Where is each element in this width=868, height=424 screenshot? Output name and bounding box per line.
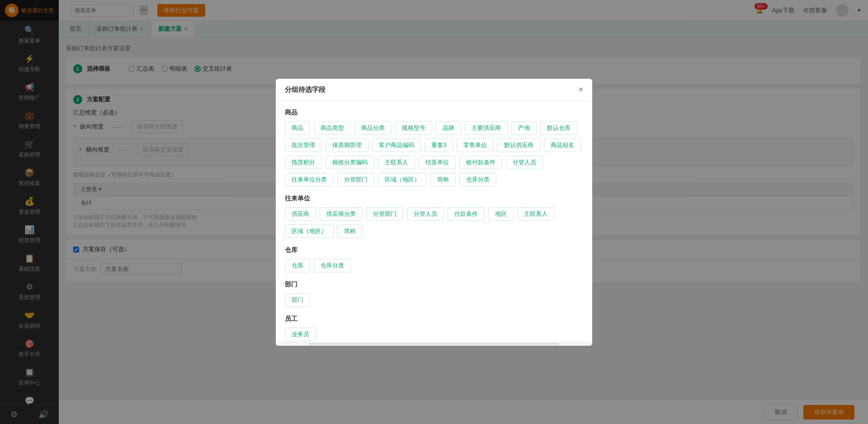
field-chip-0-15[interactable]: 拣货积分: [285, 156, 322, 169]
field-chips-3: 部门: [285, 293, 583, 307]
modal-title: 分组待选字段: [285, 86, 326, 94]
field-group-title-2: 仓库: [285, 246, 583, 254]
field-chip-0-7[interactable]: 默认仓库: [540, 121, 577, 135]
field-chip-4-0[interactable]: 业务员: [285, 328, 316, 341]
field-chip-1-8[interactable]: 简称: [337, 224, 363, 238]
field-chip-1-7[interactable]: 区域（地区）: [285, 224, 334, 238]
field-chip-0-3[interactable]: 规格型号: [395, 121, 432, 135]
field-chip-3-0[interactable]: 部门: [285, 293, 310, 307]
modal-backdrop: 分组待选字段 × 商品商品商品类型商品分类规格型号品牌主要供应商产地默认仓库批次…: [0, 0, 868, 424]
field-chips-1: 供应商供应商分类分管部门分管人员付款条件地区主联系人区域（地区）简称: [285, 207, 583, 238]
field-group-title-0: 商品: [285, 109, 583, 117]
modal-header: 分组待选字段 ×: [276, 79, 592, 101]
field-chip-0-10[interactable]: 客户商品编码: [372, 138, 421, 152]
field-chip-0-13[interactable]: 默认供应商: [497, 138, 540, 152]
modal-body[interactable]: 商品商品商品类型商品分类规格型号品牌主要供应商产地默认仓库批次管理保质期管理客户…: [276, 101, 592, 342]
field-group-1: 往来单位供应商供应商分类分管部门分管人员付款条件地区主联系人区域（地区）简称: [285, 195, 583, 238]
field-chip-0-5[interactable]: 主要供应商: [465, 121, 508, 135]
field-chip-0-1[interactable]: 商品类型: [314, 121, 351, 135]
field-chips-2: 仓库仓库分类: [285, 259, 583, 272]
field-chip-1-4[interactable]: 付款条件: [448, 207, 485, 221]
field-chip-1-1[interactable]: 供应商分类: [320, 207, 363, 221]
field-chip-0-9[interactable]: 保质期管理: [326, 138, 368, 152]
field-chip-2-0[interactable]: 仓库: [285, 259, 310, 272]
field-chip-0-14[interactable]: 商品别名: [544, 138, 581, 152]
field-chip-1-6[interactable]: 主联系人: [517, 207, 554, 221]
modal-dialog: 分组待选字段 × 商品商品商品类型商品分类规格型号品牌主要供应商产地默认仓库批次…: [276, 79, 592, 346]
field-chip-0-18[interactable]: 结算单位: [419, 156, 456, 169]
field-group-title-1: 往来单位: [285, 195, 583, 203]
field-chip-0-4[interactable]: 品牌: [436, 121, 461, 135]
field-chip-0-16[interactable]: 税收分类编码: [326, 156, 374, 169]
field-chip-0-22[interactable]: 分管部门: [337, 173, 374, 186]
field-chip-0-20[interactable]: 分管人员: [506, 156, 543, 169]
field-chip-0-17[interactable]: 主联系人: [378, 156, 415, 169]
field-group-title-4: 员工: [285, 315, 583, 323]
field-chip-1-2[interactable]: 分管部门: [366, 207, 403, 221]
field-chip-2-1[interactable]: 仓库分类: [314, 259, 351, 272]
field-group-title-3: 部门: [285, 281, 583, 289]
field-chip-0-21[interactable]: 往来单位分类: [285, 173, 334, 186]
modal-horizontal-scrollbar[interactable]: [276, 342, 592, 346]
field-chip-0-2[interactable]: 商品分类: [354, 121, 392, 135]
field-group-4: 员工业务员: [285, 315, 583, 341]
field-chip-0-24[interactable]: 简称: [430, 173, 456, 186]
field-chip-1-5[interactable]: 地区: [488, 207, 514, 221]
field-chip-0-6[interactable]: 产地: [511, 121, 537, 135]
field-group-2: 仓库仓库仓库分类: [285, 246, 583, 272]
field-chips-4: 业务员: [285, 328, 583, 341]
field-chip-0-12[interactable]: 零售单位: [457, 138, 494, 152]
modal-close-button[interactable]: ×: [578, 85, 583, 95]
field-chip-0-8[interactable]: 批次管理: [285, 138, 322, 152]
modal-hscroll-thumb: [309, 343, 559, 345]
field-chip-0-11[interactable]: 重量3: [425, 138, 453, 152]
field-chip-0-23[interactable]: 区域（地区）: [378, 173, 427, 186]
field-chip-0-25[interactable]: 仓库分类: [459, 173, 496, 186]
field-chip-1-3[interactable]: 分管人员: [407, 207, 444, 221]
field-chip-0-19[interactable]: 收付款条件: [459, 156, 502, 169]
field-chips-0: 商品商品类型商品分类规格型号品牌主要供应商产地默认仓库批次管理保质期管理客户商品…: [285, 121, 583, 186]
field-group-0: 商品商品商品类型商品分类规格型号品牌主要供应商产地默认仓库批次管理保质期管理客户…: [285, 109, 583, 186]
field-group-3: 部门部门: [285, 281, 583, 307]
field-chip-1-0[interactable]: 供应商: [285, 207, 316, 221]
field-chip-0-0[interactable]: 商品: [285, 121, 310, 135]
